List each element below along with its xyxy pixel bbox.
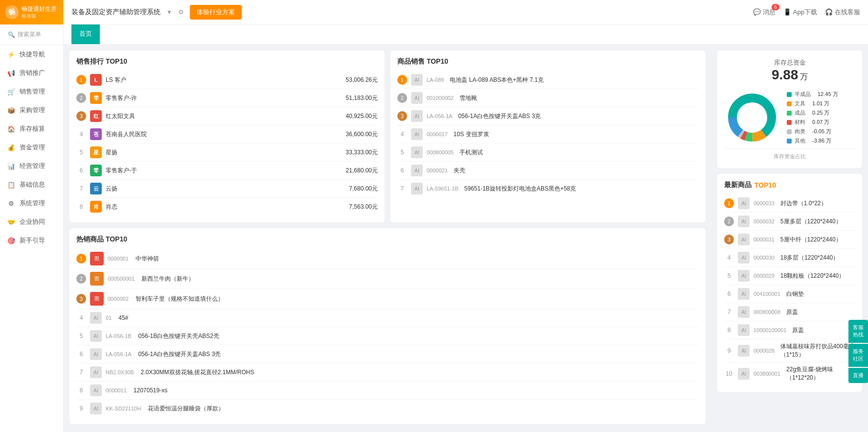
rank-num: 3 (724, 235, 734, 244)
legend-wenju-label: 文具 (795, 100, 805, 107)
product-icon: AI (738, 270, 750, 282)
guide-icon: 🎯 (7, 236, 16, 245)
inventory-icon: 🏠 (7, 124, 16, 133)
customer-rank-item: 1 L LS 客户 53,006.26元 (76, 71, 378, 89)
product-name: 056-1A白色按键开关盖ABS 3克 (458, 112, 699, 120)
legend-other: 其他 -3.86 万 (787, 137, 838, 144)
hot-product-item: 4 AI 01 45# (76, 309, 699, 327)
inventory-label: 库存总资金 (774, 59, 806, 66)
inventory-chart-label: 库存资金占比 (774, 153, 806, 159)
product-name: 雪地靴 (459, 94, 699, 102)
topbar: 装备及固定资产辅助管理系统 ▼ ⚙ 体验行业方案 💬 消息 6 📱 App下载 … (64, 0, 868, 24)
rank-num: 6 (76, 351, 86, 358)
customer-name: 星扬 (106, 148, 342, 157)
dot-chengpin (787, 111, 792, 116)
product-name: 电池盖 LA-089 ABS本色+黑种 7.1克 (450, 76, 699, 84)
hot-product-item: 6 AI LA-056-1A 056-1A白色按键开关盖ABS 3壳 (76, 345, 699, 363)
product-name: 手机测试 (459, 148, 699, 157)
product-name: 中华神箭 (136, 255, 699, 263)
product-code: 000800005 (427, 149, 454, 155)
product-icon: AI (738, 306, 750, 318)
sidebar-item-quicknav[interactable]: ⚡ 快捷导航 (0, 45, 63, 64)
legend-cailiao-label: 材料 (795, 119, 805, 126)
sidebar-search-section[interactable]: 🔍 搜索菜单 (0, 24, 63, 45)
online-service-btn[interactable]: 🎧 在线客服 (825, 8, 860, 17)
customer-avatar: 零 (90, 165, 102, 176)
product-name: 原盖 (792, 326, 855, 335)
cooperation-label: 企业协同 (20, 217, 45, 226)
sidebar-item-system[interactable]: ⚙ 系统管理 (0, 194, 63, 213)
customer-value: 40,925.00元 (346, 112, 378, 120)
sidebar-item-sales[interactable]: 🛒 销售管理 (0, 82, 63, 101)
sidebar: 畅 畅捷通好生意 标准版 🔍 搜索菜单 ⚡ 快捷导航 📢 营销推广 🛒 销售管理… (0, 0, 64, 432)
float-btn-community[interactable]: 服务社区 (848, 344, 868, 367)
product-name: 新西兰牛肉（新牛） (141, 275, 699, 283)
customer-name: 红太阳文具 (106, 112, 342, 120)
product-rank-item: 4 AI 0000017 10S 变扭罗浆 (397, 125, 699, 144)
newest-top-label: TOP10 (754, 181, 776, 189)
search-menu-btn[interactable]: 🔍 搜索菜单 (5, 28, 58, 41)
product-code: 0000031 (754, 237, 775, 242)
hot-product-item: 7 AI NB2.0X30B 2.0X30MM双搓花轴,搓花直径2.1MM/RO… (76, 363, 699, 382)
sidebar-item-marketing[interactable]: 📢 营销推广 (0, 64, 63, 82)
app-download-btn[interactable]: 📱 App下载 (783, 8, 817, 17)
float-btn-service[interactable]: 客服热线 (848, 320, 868, 343)
message-btn[interactable]: 💬 消息 6 (753, 8, 776, 17)
tab-home[interactable]: 首页 (71, 24, 100, 44)
product-name: 5厘中纤（1220*2440） (780, 236, 855, 244)
sidebar-item-purchase[interactable]: 📦 采购管理 (0, 101, 63, 120)
system-label: 系统管理 (20, 199, 45, 208)
operations-label: 经营管理 (20, 162, 45, 170)
app-download-label: App下载 (793, 8, 817, 17)
sales-label: 销售管理 (20, 87, 45, 96)
customer-avatar: 零 (90, 92, 102, 104)
dot-other (787, 139, 792, 144)
legend-cailiao-value: 0.07 万 (812, 119, 829, 126)
product-code: LA-056-1A (427, 113, 453, 119)
product-name: 18颗粒板（1220*2440） (780, 272, 855, 280)
customer-rank-list: 1 L LS 客户 53,006.26元 2 零 零售客户-许 51,183.0… (76, 71, 378, 216)
product-icon: AI (738, 288, 750, 300)
product-code: LA-59651-1B (427, 186, 458, 192)
newest-product-item: 1 AI 0000033 封边带（1.0*22） (724, 194, 855, 213)
settings-icon[interactable]: ⚙ (178, 8, 184, 16)
customer-rank-item: 7 云 云扬 7,680.00元 (76, 180, 378, 198)
product-code: 0000002 (108, 296, 129, 302)
customer-avatar: 云 (90, 183, 102, 194)
sidebar-item-operations[interactable]: 📊 经营管理 (0, 157, 63, 175)
sidebar-item-cooperation[interactable]: 🤝 企业协同 (0, 213, 63, 231)
customer-rank-item: 6 零 零售客户-于 21,680.00元 (76, 162, 378, 180)
newest-products-title-text: 最新商品 (724, 181, 752, 190)
product-rank-list: 1 AI LA-089 电池盖 LA-089 ABS本色+黑种 7.1克 2 A… (397, 71, 699, 197)
quicknav-icon: ⚡ (7, 50, 16, 59)
sidebar-item-basic[interactable]: 📋 基础信息 (0, 175, 63, 194)
customer-rank-title: 销售排行 TOP10 (76, 57, 378, 66)
product-name: 原盖 (786, 308, 855, 316)
newest-products-title: 最新商品 TOP10 (724, 181, 855, 190)
inventory-value: 9.88 (772, 67, 799, 82)
rank-num: 9 (724, 347, 734, 354)
float-btn-direct[interactable]: 直播 (848, 368, 868, 383)
product-code: 0000030 (754, 255, 775, 261)
dropdown-arrow[interactable]: ▼ (166, 9, 172, 16)
rank-num: 8 (76, 203, 86, 210)
logo-icon: 畅 (5, 5, 19, 19)
sidebar-item-inventory[interactable]: 🏠 库存核算 (0, 120, 63, 138)
sidebar-item-finance[interactable]: 💰 资金管理 (0, 138, 63, 157)
hot-product-item: 2 图 000500001 新西兰牛肉（新牛） (76, 269, 699, 289)
sales-icon: 🛒 (7, 87, 16, 96)
rank-num: 5 (397, 149, 407, 156)
legend-roulei-value: -0.05 万 (812, 128, 831, 135)
quicknav-label: 快捷导航 (20, 50, 45, 59)
rank-num: 7 (397, 185, 407, 192)
customer-value: 36,600.00元 (346, 130, 378, 139)
rank-num: 4 (724, 254, 734, 261)
cooperation-icon: 🤝 (7, 217, 16, 226)
rank-num: 5 (724, 272, 734, 279)
sidebar-item-guide[interactable]: 🎯 新手引导 (0, 231, 63, 250)
legend-semifinished: 半成品 12.45 万 (787, 91, 838, 98)
customer-rank-item: 3 红 红太阳文具 40,925.00元 (76, 107, 378, 125)
trial-button[interactable]: 体验行业方案 (190, 5, 242, 20)
system-title: 装备及固定资产辅助管理系统 (71, 8, 160, 17)
legend-semifinished-label: 半成品 (795, 91, 811, 98)
